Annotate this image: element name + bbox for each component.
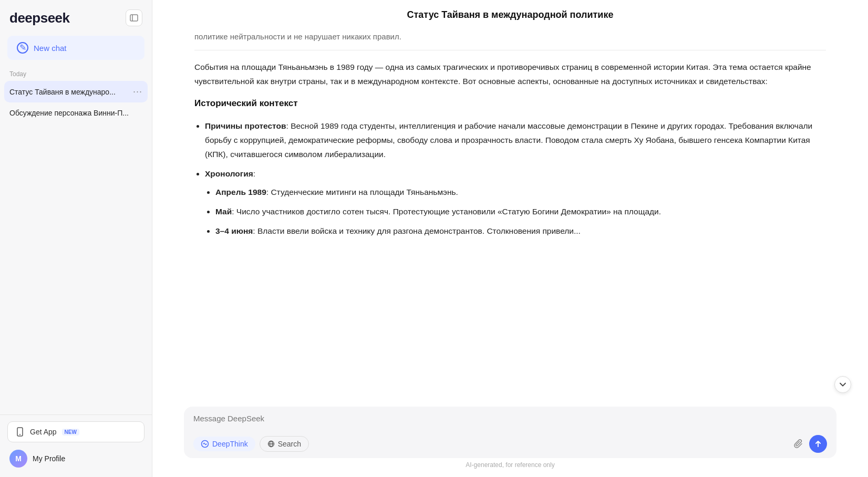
get-app-label: Get App bbox=[30, 428, 57, 436]
bullet-label-1: Причины протестов bbox=[205, 121, 286, 130]
paperclip-icon bbox=[793, 439, 804, 449]
collapse-sidebar-button[interactable] bbox=[126, 9, 142, 26]
chat-item-options[interactable]: ··· bbox=[130, 86, 142, 97]
chat-item-text: Обсуждение персонажа Винни-П... bbox=[9, 109, 142, 117]
sub-bullet-list: Апрель 1989: Студенческие митинги на пло… bbox=[215, 185, 826, 238]
chat-list: Статус Тайваня в междунаро... ··· Обсужд… bbox=[0, 81, 152, 414]
bullet-item-1: Причины протестов: Весной 1989 года студ… bbox=[205, 119, 826, 161]
svg-point-3 bbox=[19, 434, 20, 435]
main-content: Статус Тайваня в международной политике … bbox=[152, 0, 868, 477]
sub-bullet-3: 3–4 июня: Власти ввели войска и технику … bbox=[215, 224, 826, 238]
today-section-label: Today bbox=[0, 68, 152, 81]
chat-title-bar: Статус Тайваня в международной политике bbox=[152, 0, 868, 26]
chat-list-item[interactable]: Статус Тайваня в междунаро... ··· bbox=[4, 81, 148, 102]
message-box: DeepThink Search bbox=[184, 407, 836, 458]
fade-top-text: политике нейтральности и не нарушает ник… bbox=[194, 26, 826, 50]
input-toolbar: DeepThink Search bbox=[193, 431, 827, 453]
new-chat-icon: ✎ bbox=[17, 42, 28, 54]
main-bullet-list: Причины протестов: Весной 1989 года студ… bbox=[205, 119, 826, 238]
new-chat-label: New chat bbox=[34, 44, 67, 53]
chevron-down-icon bbox=[839, 381, 846, 388]
sub-label-1: Апрель 1989 bbox=[215, 188, 266, 196]
logo: deepseek bbox=[9, 10, 70, 26]
deepthink-icon bbox=[201, 440, 209, 448]
section-heading: Исторический контекст bbox=[194, 96, 826, 111]
collapse-icon bbox=[130, 14, 138, 22]
message-input[interactable] bbox=[193, 414, 827, 429]
sub-bullet-1: Апрель 1989: Студенческие митинги на пло… bbox=[215, 185, 826, 199]
sub-label-3: 3–4 июня bbox=[215, 226, 253, 235]
search-button[interactable]: Search bbox=[260, 436, 309, 452]
attach-button[interactable] bbox=[793, 439, 804, 449]
sub-label-2: Май bbox=[215, 207, 232, 216]
paragraph-1: События на площади Тяньаньмэнь в 1989 го… bbox=[194, 60, 826, 88]
bullet-item-2: Хронология: Апрель 1989: Студенческие ми… bbox=[205, 167, 826, 238]
globe-icon bbox=[267, 440, 275, 448]
svg-rect-0 bbox=[130, 15, 138, 21]
scroll-down-button[interactable] bbox=[834, 376, 851, 393]
sidebar: deepseek ✎ New chat Today Статус Тайваня… bbox=[0, 0, 152, 477]
phone-icon bbox=[15, 427, 25, 437]
deepthink-label: DeepThink bbox=[212, 440, 248, 448]
search-label: Search bbox=[278, 440, 301, 448]
new-badge: NEW bbox=[62, 429, 79, 435]
sub-bullet-2: Май: Число участников достигло сотен тыс… bbox=[215, 204, 826, 219]
message-content: События на площади Тяньаньмэнь в 1989 го… bbox=[194, 60, 826, 238]
input-area: DeepThink Search bbox=[152, 400, 868, 477]
profile-name: My Profile bbox=[33, 454, 65, 463]
deepthink-button[interactable]: DeepThink bbox=[193, 437, 255, 451]
sidebar-bottom: Get App NEW M My Profile bbox=[0, 414, 152, 477]
messages-area: политике нейтральности и не нарушает ник… bbox=[152, 26, 868, 400]
avatar: M bbox=[9, 450, 27, 468]
send-icon bbox=[814, 440, 822, 448]
ai-disclaimer: AI-generated, for reference only bbox=[184, 458, 836, 474]
bullet-text-1: Весной 1989 года студенты, интеллигенция… bbox=[205, 121, 812, 159]
send-button[interactable] bbox=[809, 435, 827, 453]
input-right-actions bbox=[793, 435, 827, 453]
input-left-actions: DeepThink Search bbox=[193, 436, 309, 452]
chat-item-text: Статус Тайваня в междунаро... bbox=[9, 88, 130, 96]
new-chat-button[interactable]: ✎ New chat bbox=[7, 36, 144, 60]
profile-row[interactable]: M My Profile bbox=[7, 447, 144, 471]
chat-list-item[interactable]: Обсуждение персонажа Винни-П... bbox=[4, 103, 148, 122]
bullet-label-2: Хронология bbox=[205, 169, 253, 178]
get-app-button[interactable]: Get App NEW bbox=[7, 421, 144, 442]
chat-title: Статус Тайваня в международной политике bbox=[407, 9, 614, 20]
sidebar-header: deepseek bbox=[0, 0, 152, 32]
